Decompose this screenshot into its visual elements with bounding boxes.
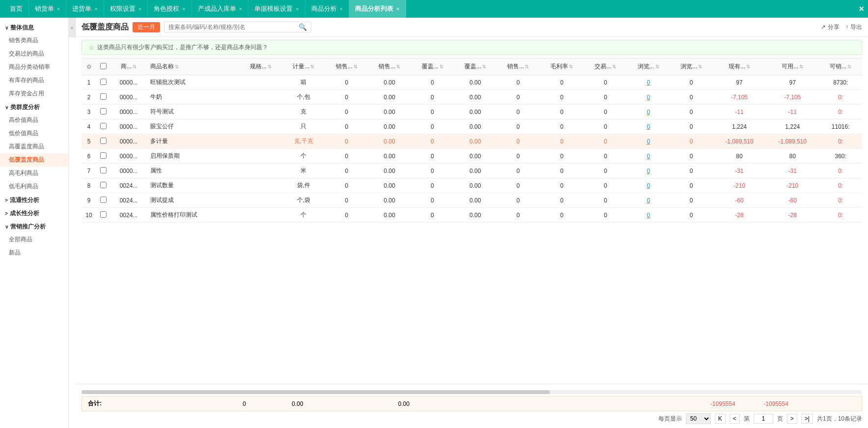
export-button[interactable]: ↑ 导出 — [845, 23, 862, 31]
next-page-button[interactable]: > — [787, 414, 797, 424]
nav-tab-template[interactable]: 单据模板设置 × — [248, 0, 305, 18]
close-icon[interactable]: × — [296, 6, 298, 12]
row-browse1[interactable]: 0 — [627, 90, 670, 105]
close-icon[interactable]: × — [239, 6, 242, 12]
col-name[interactable]: 商品名称⇅ — [147, 58, 239, 75]
col-browse1[interactable]: 浏览...⇅ — [627, 58, 670, 75]
sidebar-item-low-coverage[interactable]: 低覆盖度商品 — [0, 153, 68, 167]
nav-tab-purchase[interactable]: 进货单 × — [66, 0, 104, 18]
col-gross-margin[interactable]: 毛利率⇅ — [540, 58, 584, 75]
row-select-checkbox[interactable] — [100, 211, 107, 218]
close-icon[interactable]: × — [138, 6, 141, 12]
row-checkbox[interactable] — [96, 178, 110, 193]
first-page-button[interactable]: K — [715, 414, 726, 424]
settings-icon[interactable]: ⚙ — [86, 63, 92, 70]
browse-link[interactable]: 0 — [647, 197, 650, 204]
select-all-checkbox[interactable] — [100, 63, 107, 69]
sidebar-section-growth[interactable]: > 成长性分析 — [0, 206, 68, 220]
last-page-button[interactable]: >| — [801, 414, 813, 424]
browse-link[interactable]: 0 — [647, 123, 650, 130]
sidebar-item-low-margin[interactable]: 低毛利商品 — [0, 180, 68, 193]
row-checkbox[interactable] — [96, 193, 110, 208]
scrollbar-thumb[interactable] — [81, 390, 550, 394]
browse-link[interactable]: 0 — [647, 168, 650, 174]
sidebar-item-traded-products[interactable]: 交易过的商品 — [0, 47, 68, 60]
horizontal-scrollbar[interactable] — [81, 390, 862, 394]
sidebar-item-sales-products[interactable]: 销售类商品 — [0, 34, 68, 47]
close-icon[interactable]: × — [396, 6, 399, 12]
row-checkbox[interactable] — [96, 134, 110, 149]
col-sales3[interactable]: 销售...⇅ — [497, 58, 540, 75]
col-browse2[interactable]: 浏览...⇅ — [670, 58, 712, 75]
browse-link[interactable]: 0 — [647, 138, 650, 145]
row-browse1[interactable]: 0 — [627, 149, 670, 164]
row-select-checkbox[interactable] — [100, 182, 107, 188]
browse-link[interactable]: 0 — [647, 109, 650, 115]
nav-tab-roles[interactable]: 角色授权 × — [148, 0, 191, 18]
browse-link[interactable]: 0 — [647, 94, 650, 101]
col-available-stock[interactable]: 可用...⇅ — [766, 58, 819, 75]
row-checkbox[interactable] — [96, 119, 110, 134]
row-browse1[interactable]: 0 — [627, 208, 670, 223]
browse-link[interactable]: 0 — [647, 79, 650, 86]
sidebar-item-low-value[interactable]: 低价值商品 — [0, 127, 68, 140]
row-browse1[interactable]: 0 — [627, 193, 670, 208]
row-checkbox[interactable] — [96, 75, 110, 90]
row-checkbox[interactable] — [96, 149, 110, 164]
row-checkbox[interactable] — [96, 90, 110, 105]
row-checkbox[interactable] — [96, 164, 110, 178]
col-transaction[interactable]: 交易...⇅ — [584, 58, 627, 75]
col-sales1[interactable]: 销售...⇅ — [325, 58, 368, 75]
row-select-checkbox[interactable] — [100, 167, 107, 173]
sidebar-section-liquidity[interactable]: > 流通性分析 — [0, 193, 68, 206]
col-coverage1[interactable]: 覆盖...⇅ — [411, 58, 454, 75]
row-browse1[interactable]: 0 — [627, 75, 670, 90]
col-code[interactable]: 商...⇅ — [110, 58, 147, 75]
col-sales2[interactable]: 销售...⇅ — [368, 58, 410, 75]
row-select-checkbox[interactable] — [100, 93, 107, 100]
row-browse1[interactable]: 0 — [627, 134, 670, 149]
close-icon[interactable]: × — [94, 6, 97, 12]
close-icon[interactable]: × — [57, 6, 60, 12]
row-select-checkbox[interactable] — [100, 138, 107, 144]
share-button[interactable]: ↗ 分享 — [821, 23, 840, 31]
row-browse1[interactable]: 0 — [627, 164, 670, 178]
row-select-checkbox[interactable] — [100, 108, 107, 114]
row-select-checkbox[interactable] — [100, 79, 107, 85]
col-unit[interactable]: 计量...⇅ — [282, 58, 325, 75]
nav-tab-analysis[interactable]: 商品分析 × — [305, 0, 349, 18]
row-select-checkbox[interactable] — [100, 197, 107, 203]
row-select-checkbox[interactable] — [100, 152, 107, 159]
col-current-stock[interactable]: 现有...⇅ — [713, 58, 766, 75]
sidebar-item-capital[interactable]: 库存资金占用 — [0, 87, 68, 100]
row-select-checkbox[interactable] — [100, 123, 107, 129]
row-browse1[interactable]: 0 — [627, 119, 670, 134]
close-icon[interactable]: × — [182, 6, 185, 12]
prev-page-button[interactable]: < — [730, 414, 740, 424]
browse-link[interactable]: 0 — [647, 212, 650, 219]
sidebar-item-high-coverage[interactable]: 高覆盖度商品 — [0, 140, 68, 153]
sidebar-section-cluster[interactable]: ∨ 类群度分析 — [0, 100, 68, 114]
sidebar-collapse-button[interactable]: « — [69, 18, 76, 37]
sidebar-section-overview[interactable]: ∨ 整体信息 — [0, 21, 68, 34]
sidebar-item-category-turnover[interactable]: 商品分类动销率 — [0, 60, 68, 74]
browse-link[interactable]: 0 — [647, 153, 650, 160]
col-settings[interactable]: ⚙ — [81, 58, 96, 75]
sidebar-item-high-margin[interactable]: 高毛利商品 — [0, 167, 68, 180]
row-checkbox[interactable] — [96, 105, 110, 119]
nav-tab-analysis-list[interactable]: 商品分析列表 × — [349, 0, 406, 18]
sidebar-item-new-products[interactable]: 新品 — [0, 246, 68, 259]
close-icon[interactable]: × — [340, 6, 343, 12]
close-all-button[interactable]: × — [859, 4, 864, 14]
col-checkbox[interactable] — [96, 58, 110, 75]
nav-tab-sales[interactable]: 销货单 × — [29, 0, 66, 18]
sidebar-item-high-value[interactable]: 高价值商品 — [0, 114, 68, 127]
sidebar-item-all-products[interactable]: 全部商品 — [0, 233, 68, 246]
search-input[interactable] — [168, 24, 298, 30]
row-browse1[interactable]: 0 — [627, 178, 670, 193]
sidebar-section-marketing[interactable]: ∨ 营销推广分析 — [0, 220, 68, 233]
page-number-input[interactable] — [754, 414, 773, 424]
col-coverage2[interactable]: 覆盖...⇅ — [454, 58, 496, 75]
col-salable[interactable]: 可销...⇅ — [819, 58, 862, 75]
per-page-select[interactable]: 501020100 — [686, 413, 711, 424]
